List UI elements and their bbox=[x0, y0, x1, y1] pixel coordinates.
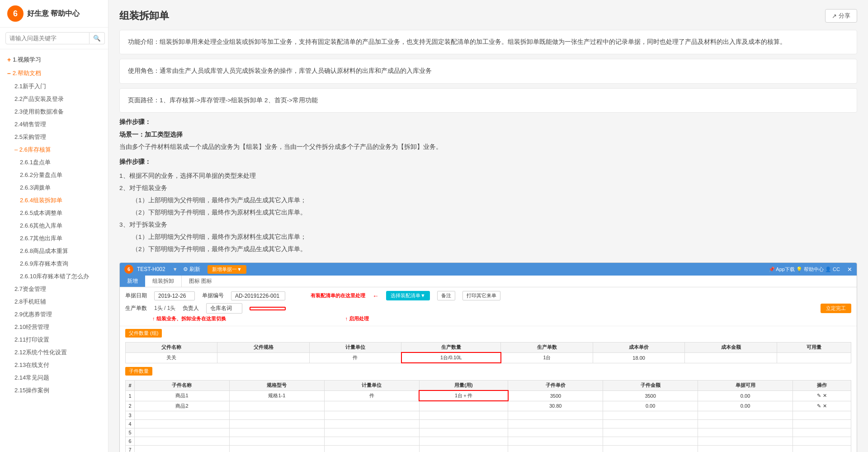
sidebar-docs-children: 2.1新手入门 2.2产品安装及登录 2.3使用前数据准备 2.4销售管理 2.… bbox=[0, 80, 108, 397]
ss-close-icon: ✕ bbox=[847, 266, 852, 273]
ss-child-row-4: 4 bbox=[126, 419, 851, 428]
ss-child-row-5: 5 bbox=[126, 428, 851, 437]
step-1: 1、根据不同的业务，选择不同单据的类型来处理 bbox=[119, 170, 857, 182]
sidebar-item-payment[interactable]: 2.13在线支付 bbox=[11, 359, 108, 371]
sidebar-item-ledger[interactable]: 2.6.9库存账本查询 bbox=[16, 257, 108, 270]
sidebar-item-ledger-fix[interactable]: 2.6.10库存账本错了怎么办 bbox=[16, 270, 108, 283]
search-input[interactable] bbox=[5, 32, 90, 44]
nav-tree: + 1.视频学习 – 2.帮助文档 2.1新手入门 2.2产品安装及登录 2.3… bbox=[0, 49, 108, 452]
ss-child-row-6: 6 bbox=[126, 437, 851, 445]
search-button[interactable]: 🔍 bbox=[90, 32, 105, 44]
sidebar-item-mobile[interactable]: 2.8手机旺辅 bbox=[11, 295, 108, 308]
sidebar-item-faq[interactable]: 2.14常见问题 bbox=[11, 371, 108, 384]
sidebar-section-label: 1.视频学习 bbox=[13, 56, 41, 64]
ss-td-cost-price: 18.00 bbox=[593, 352, 684, 363]
sidebar-item-print[interactable]: 2.11打印设置 bbox=[11, 333, 108, 346]
intro-text-3: 页面路径：1、库存核算->库存管理->组装拆卸单 2、首页->常用功能 bbox=[128, 97, 318, 104]
ss-th-doc-avail: 单据可用 bbox=[698, 381, 793, 391]
step-2-1: （1）上部明细为父件明细，最终作为产成品生成其它入库单； bbox=[119, 194, 857, 206]
ss-td-cost-amount bbox=[685, 352, 777, 363]
sidebar-item-partial-stocktake[interactable]: 2.6.2分量盘点单 bbox=[16, 169, 108, 181]
ss-form-row-1: 单据日期 2019-12-26 单据编号 AD-20191226-001 有装配… bbox=[125, 291, 851, 300]
sidebar-item-cost-recalc[interactable]: 2.6.8商品成本重算 bbox=[16, 245, 108, 257]
screenshot-container: 6 TEST-H002 ▼ ⚙ 刷新 新增单据一▼ 📌 App下载 💡 帮助中心… bbox=[119, 262, 857, 452]
sidebar-item-ops-mgmt[interactable]: 2.10经营管理 bbox=[11, 321, 108, 333]
ss-th-prod-count: 生产单数 bbox=[501, 343, 593, 353]
minus-icon-inventory: – bbox=[14, 146, 18, 153]
sidebar-item-other-in[interactable]: 2.6.6其他入库单 bbox=[16, 219, 108, 232]
ss-th-child-spec: 规格型号 bbox=[229, 381, 324, 391]
sidebar-item-stocktake[interactable]: 2.6.1盘点单 bbox=[16, 156, 108, 169]
ss-td-unit: 件 bbox=[309, 352, 401, 363]
sidebar-item-data-prep[interactable]: 2.3使用前数据准备 bbox=[11, 105, 108, 118]
sidebar-item-finance[interactable]: 2.7资金管理 bbox=[11, 283, 108, 295]
ss-child-row-2: 2 商品2 30.80 0.00 0.00 ✎ ✕ bbox=[126, 401, 851, 411]
sidebar-inventory-children: 2.6.1盘点单 2.6.2分量盘点单 2.6.3调拨单 2.6.4组装拆卸单 … bbox=[11, 156, 108, 283]
ss-form-row-2: 生产单数 1头 / 1头 负责人 仓库名词 立定完工 bbox=[125, 303, 851, 314]
sidebar-item-transfer[interactable]: 2.6.3调拨单 bbox=[16, 181, 108, 194]
ss-annotation-3: ↑ 启用处理 bbox=[345, 316, 369, 321]
ss-th-prod-qty: 生产数量 bbox=[401, 343, 501, 353]
ss-child-label: 子件数量 bbox=[125, 367, 152, 376]
sidebar-item-other-out[interactable]: 2.6.7其他出库单 bbox=[16, 232, 108, 245]
step-3-1: （1）上部明细为父件明细，最终作为原材料生成其它出库单； bbox=[119, 231, 857, 243]
ss-bottom-table: # 子件名称 规格型号 计量单位 用量(用) 子件单价 子件金额 单据可用 操作… bbox=[125, 380, 851, 452]
ss-dropdown: ▼ bbox=[173, 266, 178, 272]
intro-text-1: 功能介绍：组装拆卸单用来处理企业组装或拆卸等加工业务，支持有固定装配清单的产品加… bbox=[128, 38, 786, 45]
ss-tab-icons: 图标 图标 bbox=[182, 276, 219, 287]
step-2: 2、对于组装业务 bbox=[119, 182, 857, 194]
share-icon: ↗ bbox=[832, 13, 837, 19]
sidebar-item-cost-adj[interactable]: 2.6.5成本调整单 bbox=[16, 207, 108, 219]
ss-child-row-3: 3 bbox=[126, 411, 851, 419]
ss-annotation-1: 有装配清单的在这里处理 bbox=[311, 292, 365, 299]
screenshot-titlebar: 6 TEST-H002 ▼ ⚙ 刷新 新增单据一▼ 📌 App下载 💡 帮助中心… bbox=[120, 263, 857, 276]
ss-th-avail: 可用量 bbox=[777, 343, 851, 353]
intro-card-1: 功能介绍：组装拆卸单用来处理企业组装或拆卸等加工业务，支持有固定装配清单的产品加… bbox=[119, 30, 857, 54]
sidebar-item-sales[interactable]: 2.4销售管理 bbox=[11, 118, 108, 131]
intro-card-3: 页面路径：1、库存核算->库存管理->组装拆卸单 2、首页->常用功能 bbox=[119, 88, 857, 113]
ss-remark: 备注 bbox=[437, 291, 455, 300]
ss-nav-icons: 📌 App下载 💡 帮助中心 👤 CC bbox=[769, 266, 840, 273]
ss-td-name: 关关 bbox=[126, 352, 217, 363]
ss-child-row-1: 1 商品1 规格1-1 件 1台＋件 3500 3500 0.00 ✎ ✕ bbox=[126, 390, 851, 401]
minus-icon: – bbox=[7, 70, 11, 77]
sidebar-section-label: 2.帮助文档 bbox=[13, 69, 41, 77]
ss-icons: ⚙ 刷新 bbox=[183, 266, 200, 273]
ss-td-prod-qty: 1台/0.10L bbox=[401, 352, 501, 363]
ss-td-avail bbox=[777, 352, 851, 363]
sidebar-item-personalize[interactable]: 2.12系统个性化设置 bbox=[11, 346, 108, 359]
ss-select-assembly-btn: 选择装配清单▼ bbox=[386, 291, 430, 300]
ss-complete-btn: 立定完工 bbox=[821, 304, 851, 313]
share-button[interactable]: ↗ 分享 bbox=[825, 9, 857, 23]
sidebar-item-docs[interactable]: – 2.帮助文档 bbox=[0, 67, 108, 80]
sidebar-item-coupon[interactable]: 2.9优惠券管理 bbox=[11, 308, 108, 321]
ss-print-btn: 打印其它来单 bbox=[462, 291, 500, 300]
sidebar-item-install[interactable]: 2.2产品安装及登录 bbox=[11, 93, 108, 105]
ss-tabs: 新增 组装拆卸 图标 图标 bbox=[120, 276, 857, 287]
sidebar-item-video[interactable]: + 1.视频学习 bbox=[0, 53, 108, 67]
ss-person-value: 仓库名词 bbox=[206, 303, 242, 314]
search-bar[interactable]: 🔍 bbox=[0, 28, 108, 49]
sidebar-item-cases[interactable]: 2.15操作案例 bbox=[11, 384, 108, 397]
ss-th-parent-name: 父件名称 bbox=[126, 343, 217, 353]
ss-title: TEST-H002 bbox=[137, 266, 165, 272]
ss-tab-assembly: 组装拆卸 bbox=[145, 276, 182, 287]
scene1-title: 场景一：加工类型选择 bbox=[119, 131, 857, 139]
ss-date-label: 单据日期 bbox=[125, 292, 147, 300]
sidebar-item-newbie[interactable]: 2.1新手入门 bbox=[11, 80, 108, 93]
main-header: 组装拆卸单 ↗ 分享 bbox=[119, 9, 857, 23]
ss-date-value: 2019-12-26 bbox=[154, 291, 195, 300]
ss-count-value: 1头 / 1头 bbox=[154, 305, 175, 312]
sidebar-item-assembly[interactable]: 2.6.4组装拆卸单 bbox=[16, 194, 108, 207]
intro-text-2: 使用角色：通常由生产人员或库管人员完成拆装业务的操作，库管人员确认原材料的出库和… bbox=[128, 67, 432, 74]
ss-logo: 6 bbox=[124, 265, 133, 274]
ss-td-prod-count: 1台 bbox=[501, 352, 593, 363]
app-name: 好生意 帮助中心 bbox=[27, 9, 80, 19]
sidebar-item-purchase[interactable]: 2.5采购管理 bbox=[11, 131, 108, 143]
sidebar-item-inventory[interactable]: – 2.6库存核算 bbox=[11, 143, 108, 156]
ss-new-btn: 新增单据一▼ bbox=[208, 265, 246, 274]
ss-th-cost-amount: 成本金额 bbox=[685, 343, 777, 353]
ss-th-usage: 用量(用) bbox=[419, 381, 508, 391]
main-content: 组装拆卸单 ↗ 分享 功能介绍：组装拆卸单用来处理企业组装或拆卸等加工业务，支持… bbox=[108, 0, 868, 452]
ss-warehouse-value bbox=[250, 307, 286, 310]
